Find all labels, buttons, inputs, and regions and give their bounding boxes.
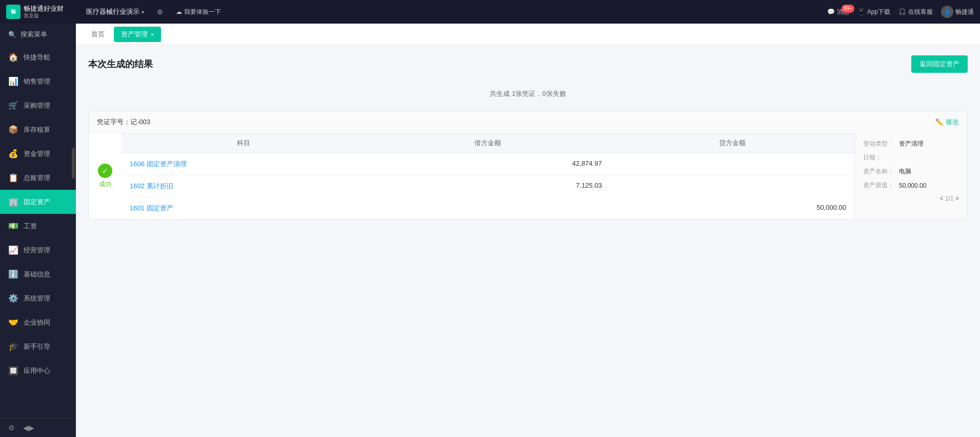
table-row: 1602 累计折旧 7,125.03	[122, 175, 854, 197]
table-row: 1601 固定资产 50,000.00	[122, 197, 854, 219]
cooperation-icon: 🤝	[8, 317, 18, 327]
company-selector[interactable]: 医疗器械行业演示 ▾	[82, 5, 148, 18]
subject-cell-1[interactable]: 1606 固定资产清理	[122, 153, 366, 175]
home-icon: 🏠	[8, 52, 18, 62]
service-icon: 🎧	[898, 8, 906, 15]
fixed-assets-icon: 🏢	[8, 197, 18, 207]
app-edition: 普及版	[24, 13, 64, 19]
search-label: 搜索菜单	[21, 30, 47, 39]
success-icon: ✓	[98, 164, 112, 178]
scroll-indicator	[72, 148, 75, 178]
voucher-table: ✓ 成功 科目 借方金额 贷方金额	[89, 133, 967, 219]
sidebar-label-cooperation: 企业协同	[24, 318, 50, 327]
sidebar-item-sales[interactable]: 📊 销售管理	[0, 69, 76, 93]
date-label: 日期：	[863, 153, 899, 162]
sidebar-label-guide: 新手引导	[24, 342, 50, 351]
next-page-button[interactable]: >	[955, 195, 959, 202]
settings-button[interactable]: ⚙	[152, 4, 168, 19]
fund-icon: 💰	[8, 149, 18, 158]
debit-cell-2: 7,125.03	[366, 175, 610, 197]
sidebar-label-basic-info: 基础信息	[24, 270, 50, 279]
subject-cell-2[interactable]: 1602 累计折旧	[122, 175, 366, 197]
chevron-down-icon: ▾	[142, 9, 144, 15]
app-logo-icon: 畅	[6, 5, 21, 19]
app-download-button[interactable]: 📱 App下载	[857, 8, 890, 16]
user-name: 畅捷通	[955, 8, 974, 16]
edit-label: 修改	[946, 117, 959, 127]
voucher-card: 凭证字号：记-003 ✏️ 修改 ✓ 成功	[88, 111, 968, 220]
sidebar-label-app-center: 应用中心	[24, 366, 50, 375]
page-content: 本次生成的结果 返回固定资产 共生成 1张凭证，0张失败 凭证字号：记-003 …	[76, 45, 980, 437]
voucher-number: 凭证字号：记-003	[97, 117, 150, 127]
sidebar-search[interactable]: 🔍 搜索菜单	[0, 24, 76, 45]
tab-asset-management[interactable]: 资产管理 ×	[114, 27, 161, 42]
cloud-icon: ☁	[176, 8, 182, 15]
tab-home-label: 首页	[91, 30, 105, 39]
tabs-bar: 首页 资产管理 ×	[76, 24, 980, 45]
credit-cell-3: 50,000.00	[610, 197, 854, 219]
sidebar-label-fund: 资金管理	[24, 149, 50, 158]
table-row: 1606 固定资产清理 42,874.97	[122, 153, 854, 175]
sidebar-item-app-center[interactable]: 🔲 应用中心	[0, 359, 76, 383]
gear-icon[interactable]: ⚙	[8, 424, 15, 432]
edit-icon: ✏️	[935, 118, 944, 126]
sidebar-item-purchase[interactable]: 🛒 采购管理	[0, 93, 76, 117]
sidebar-item-ledger[interactable]: 📋 总账管理	[0, 166, 76, 190]
sidebar-item-system[interactable]: ⚙️ 系统管理	[0, 286, 76, 310]
logo-text: 畅捷通好业财 普及版	[24, 5, 64, 19]
basic-info-icon: ℹ️	[8, 269, 18, 279]
company-name: 医疗器械行业演示	[86, 7, 139, 16]
app-name: 畅捷通好业财	[24, 5, 64, 13]
side-info-panel: 变动类型： 资产清理 日期： 资产名称： 电脑 资产原值：	[854, 133, 967, 219]
pagination: < 1/1 >	[863, 195, 959, 202]
sidebar-item-guide[interactable]: 🎓 新手引导	[0, 334, 76, 359]
avatar: 👤	[941, 6, 953, 18]
col-credit-header: 贷方金额	[610, 133, 854, 153]
subject-cell-3[interactable]: 1601 固定资产	[122, 197, 366, 219]
guide-icon: 🎓	[8, 342, 18, 351]
header-right: 💬 消息 99+ 📱 App下载 🎧 在线客服 👤 畅捷通	[827, 6, 974, 18]
system-icon: ⚙️	[8, 293, 18, 303]
purchase-icon: 🛒	[8, 101, 18, 110]
download-icon: 📱	[857, 8, 865, 15]
collapse-icon[interactable]: ◀▶	[23, 424, 34, 432]
message-button[interactable]: 💬 消息 99+	[827, 8, 849, 16]
date-row: 日期：	[863, 153, 959, 162]
sidebar-item-quick-nav[interactable]: 🏠 快捷导航	[0, 45, 76, 69]
message-badge: 99+	[842, 5, 854, 13]
prev-page-button[interactable]: <	[940, 195, 944, 202]
change-type-row: 变动类型： 资产清理	[863, 140, 959, 148]
app-center-icon: 🔲	[8, 366, 18, 375]
sidebar-item-inventory[interactable]: 📦 库存核算	[0, 117, 76, 142]
status-column: ✓ 成功	[89, 133, 122, 219]
credit-cell-1	[610, 153, 854, 175]
col-debit-header: 借方金额	[366, 133, 610, 153]
return-button[interactable]: 返回固定资产	[911, 55, 968, 73]
sidebar-item-cooperation[interactable]: 🤝 企业协同	[0, 310, 76, 334]
credit-cell-2	[610, 175, 854, 197]
sidebar-item-fixed-assets[interactable]: 🏢 固定资产	[0, 190, 76, 214]
sidebar-item-fund[interactable]: 💰 资金管理	[0, 142, 76, 166]
online-service-label: 在线客服	[908, 8, 933, 16]
edit-button[interactable]: ✏️ 修改	[935, 117, 959, 127]
result-info: 共生成 1张凭证，0张失败	[88, 83, 968, 105]
sidebar-item-operations[interactable]: 📈 经营管理	[0, 238, 76, 262]
change-type-value: 资产清理	[899, 140, 924, 148]
search-icon: 🔍	[8, 31, 16, 38]
asset-name-label: 资产名称：	[863, 167, 899, 176]
experience-label: 我要体验一下	[184, 8, 221, 16]
table-header: 科目 借方金额 贷方金额	[122, 133, 854, 153]
page-header: 本次生成的结果 返回固定资产	[88, 55, 968, 73]
message-icon: 💬	[827, 8, 835, 15]
sales-icon: 📊	[8, 76, 18, 86]
top-header: 畅 畅捷通好业财 普及版 医疗器械行业演示 ▾ ⚙ ☁ 我要体验一下 💬 消息 …	[0, 0, 980, 24]
sidebar-label-quick-nav: 快捷导航	[24, 53, 50, 62]
online-service-button[interactable]: 🎧 在线客服	[898, 8, 933, 16]
sidebar-item-basic-info[interactable]: ℹ️ 基础信息	[0, 262, 76, 286]
voucher-main-table: 科目 借方金额 贷方金额 1606 固定资产清理 42,874.97	[122, 133, 854, 219]
tab-home[interactable]: 首页	[84, 27, 112, 42]
user-area[interactable]: 👤 畅捷通	[941, 6, 974, 18]
tab-close-button[interactable]: ×	[151, 31, 154, 37]
sidebar-item-salary[interactable]: 💵 工资	[0, 214, 76, 238]
experience-button[interactable]: ☁ 我要体验一下	[172, 6, 225, 18]
